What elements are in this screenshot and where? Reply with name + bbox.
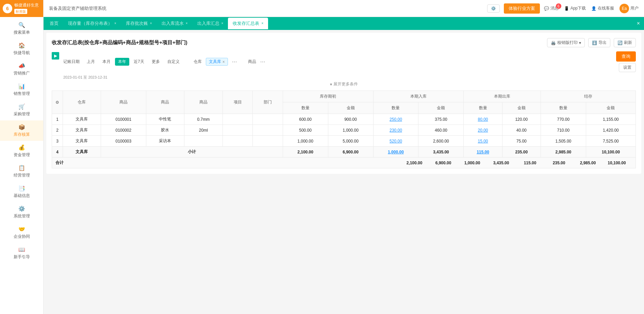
user-menu[interactable]: Ea 用户: [620, 4, 639, 13]
subtotal-out-qty[interactable]: 115.00: [464, 147, 502, 158]
finance-icon: 💰: [18, 144, 25, 151]
row-project: [222, 114, 252, 125]
row-warehouse: 文具库: [63, 114, 101, 125]
refresh-btn[interactable]: 🔄 刷新: [614, 38, 636, 47]
tab-batch-account[interactable]: 库存批次账 ×: [121, 18, 157, 29]
row-spec: 0.7mm: [184, 114, 222, 125]
sidebar-item-marketing[interactable]: 📣 营销推广: [0, 59, 43, 80]
row-out-qty[interactable]: 20.00: [464, 125, 502, 136]
app-download-btn[interactable]: 📱 App下载: [564, 5, 586, 11]
row-out-qty[interactable]: 80.00: [464, 114, 502, 125]
sidebar-item-inventory[interactable]: 📦 库存核算: [0, 120, 43, 141]
date-options: 上月 本月 本年 近7天 更多 自定义: [84, 58, 183, 66]
date-btn-7days[interactable]: 近7天: [131, 58, 147, 66]
table-row: 3 文具库 0100003 采访本 1,000.00 5,000.00 520.…: [52, 136, 636, 147]
sidebar-item-search[interactable]: 🔍 搜索菜单: [0, 18, 43, 39]
print-btn[interactable]: 🖨️ 核销版打印 ▾: [547, 38, 585, 47]
row-seq: 3: [52, 136, 63, 147]
topbar-right: 💬 消息 6 📱 App下载 👤 在线客服 Ea 用户: [544, 4, 639, 13]
tab-close-inventory-dist[interactable]: ×: [114, 22, 116, 25]
tab-close-io-flow[interactable]: ×: [186, 22, 188, 25]
warehouse-tag: 文具库 ×: [206, 58, 228, 66]
row-code: 0100002: [101, 125, 146, 136]
subtotal-in-qty[interactable]: 1,000.00: [373, 147, 418, 158]
date-btn-this-month[interactable]: 本月: [99, 58, 114, 66]
row-in-qty[interactable]: 520.00: [373, 136, 418, 147]
sidebar-item-quick-nav[interactable]: 🏠 快捷导航: [0, 39, 43, 59]
refresh-icon: 🔄: [617, 40, 623, 45]
warehouse-tag-close[interactable]: ×: [222, 60, 225, 64]
row-out-qty[interactable]: 15.00: [464, 136, 502, 147]
th-spec: 商品: [184, 91, 222, 114]
sidebar-item-operations[interactable]: 📋 经营管理: [0, 161, 43, 182]
th-in-qty: 数量: [373, 102, 418, 114]
row-code: 0100001: [101, 114, 146, 125]
th-in-group: 本期入库: [373, 91, 464, 102]
footer-in-qty: 1,000.00: [459, 161, 486, 165]
warehouse-more-btn[interactable]: ···: [232, 58, 237, 65]
row-in-amount: 2,600.00: [418, 136, 464, 147]
row-closing-qty: 710.00: [541, 125, 586, 136]
row-spec: [184, 136, 222, 147]
th-in-amount: 金额: [418, 102, 464, 114]
footer-closing-amount: 10,100.00: [601, 161, 632, 165]
row-in-qty[interactable]: 250.00: [373, 114, 418, 125]
th-gear: ⚙: [52, 91, 63, 114]
filter-toggle-btn[interactable]: ▶: [52, 52, 59, 60]
tab-bar: 首页 现存量（库存分布表） × 库存批次账 × 出入库流水 × 出入库汇总 × …: [44, 17, 644, 30]
tab-close-receivable-summary[interactable]: ×: [261, 22, 263, 25]
online-service-btn[interactable]: 👤 在线客服: [591, 5, 614, 11]
subtotal-opening-qty: 2,100.00: [283, 147, 328, 158]
row-opening-amount: 5,000.00: [328, 136, 373, 147]
data-table: ⚙ 仓库 商品 商品 商品 项目 部门 库存期初 本期入库 本期出库 结存 数量: [52, 90, 636, 158]
footer-opening-amount: 6,900.00: [428, 161, 459, 165]
subtotal-warehouse: 文具库: [63, 147, 101, 158]
th-name: 商品: [146, 91, 184, 114]
tab-close-io-summary[interactable]: ×: [221, 22, 224, 25]
sidebar-item-sales[interactable]: 📊 销售管理: [0, 80, 43, 100]
date-btn-last-month[interactable]: 上月: [84, 58, 98, 66]
sidebar-item-guide[interactable]: 📖 新手引导: [0, 243, 43, 263]
th-opening-group: 库存期初: [283, 91, 373, 102]
row-spec: 20ml: [184, 125, 222, 136]
filter-settings-btn[interactable]: 设置: [619, 63, 636, 72]
sidebar-item-enterprise[interactable]: 🤝 企业协同: [0, 222, 43, 243]
row-closing-amount: 1,420.00: [586, 125, 635, 136]
row-closing-amount: 7,525.00: [586, 136, 635, 147]
row-in-qty[interactable]: 230.00: [373, 125, 418, 136]
sidebar-item-basic[interactable]: 📑 基础信息: [0, 182, 43, 202]
chevron-down-icon: ▾: [330, 82, 332, 87]
page-inner: 收发存汇总表(按仓库+商品编码+商品+规格型号+项目+部门) 🖨️ 核销版打印 …: [46, 33, 641, 174]
tab-inventory-dist[interactable]: 现存量（库存分布表） ×: [63, 18, 121, 29]
date-btn-more[interactable]: 更多: [149, 58, 163, 66]
date-btn-custom[interactable]: 自定义: [164, 58, 183, 66]
user-avatar: Ea: [620, 4, 629, 13]
page-title: 收发存汇总表(按仓库+商品编码+商品+规格型号+项目+部门): [52, 39, 187, 46]
goods-more-btn[interactable]: ···: [260, 58, 265, 65]
footer-opening-qty: 2,100.00: [401, 161, 428, 165]
sidebar-nav: 🔍 搜索菜单 🏠 快捷导航 📣 营销推广 📊 销售管理 🛒 采购管理 📦 库存核…: [0, 17, 43, 314]
footer-out-qty: 115.00: [516, 161, 544, 165]
query-btn[interactable]: 查询: [616, 51, 636, 62]
export-btn[interactable]: ⬇️ 导出: [588, 38, 610, 47]
date-btn-this-year[interactable]: 本年: [115, 58, 129, 66]
message-btn[interactable]: 💬 消息 6: [544, 5, 559, 11]
export-icon: ⬇️: [592, 40, 597, 45]
tab-close-batch-account[interactable]: ×: [150, 22, 152, 25]
sidebar-item-system[interactable]: ⚙️ 系统管理: [0, 202, 43, 222]
row-seq: 2: [52, 125, 63, 136]
tab-io-summary[interactable]: 出入库汇总 ×: [193, 18, 228, 29]
close-all-tabs-btn[interactable]: ×: [634, 19, 643, 28]
row-name: 中性笔: [146, 114, 184, 125]
tab-home[interactable]: 首页: [45, 18, 63, 29]
row-opening-qty: 1,000.00: [283, 136, 328, 147]
trial-btn[interactable]: 体验行业方案: [504, 3, 540, 14]
main-content: 装备及固定资产辅助管理系统 ⚙️ 体验行业方案 💬 消息 6 📱 App下载 👤…: [44, 0, 644, 314]
sidebar-item-finance[interactable]: 💰 资金管理: [0, 141, 43, 161]
tab-receivable-summary[interactable]: 收发存汇总表 ×: [228, 18, 268, 29]
app-icon: 📱: [564, 6, 569, 11]
sidebar-item-purchase[interactable]: 🛒 采购管理: [0, 100, 43, 120]
system-select[interactable]: ⚙️: [487, 4, 500, 13]
tab-io-flow[interactable]: 出入库流水 ×: [157, 18, 193, 29]
expand-more-btn[interactable]: ▾ 展开更多条件: [330, 81, 358, 87]
